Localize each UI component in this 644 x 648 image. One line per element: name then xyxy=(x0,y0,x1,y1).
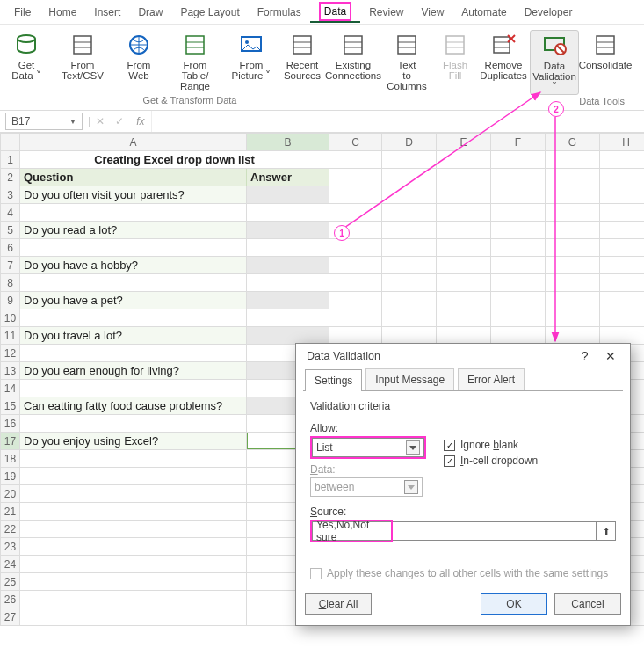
tab-insert[interactable]: Insert xyxy=(85,3,129,22)
cell[interactable] xyxy=(20,239,247,257)
cell[interactable] xyxy=(329,186,382,204)
cell[interactable] xyxy=(546,186,600,204)
cell[interactable] xyxy=(329,239,382,257)
cell[interactable] xyxy=(247,274,329,292)
cell[interactable] xyxy=(491,309,546,327)
cell[interactable] xyxy=(437,327,491,345)
help-icon[interactable]: ? xyxy=(575,349,596,363)
cell[interactable] xyxy=(546,239,600,257)
row-header[interactable]: 9 xyxy=(1,292,20,309)
row-header[interactable]: 1 xyxy=(1,151,20,169)
col-header[interactable]: H xyxy=(600,134,645,151)
cell[interactable] xyxy=(491,204,546,222)
row-header[interactable]: 17 xyxy=(1,433,20,450)
cell[interactable] xyxy=(546,292,600,309)
dialog-titlebar[interactable]: Data Validation ? ✕ xyxy=(296,344,630,368)
cell[interactable] xyxy=(546,204,600,222)
col-header[interactable]: F xyxy=(491,134,546,151)
incell-dropdown-checkbox[interactable]: ✓In-cell dropdown xyxy=(444,455,538,467)
ribbon-get-data-[interactable]: GetData ˅ xyxy=(2,30,51,83)
row-header[interactable]: 23 xyxy=(1,538,20,556)
cell[interactable]: Can eatting fatty food cause problems? xyxy=(20,397,247,415)
row-header[interactable]: 20 xyxy=(1,485,20,503)
cell[interactable] xyxy=(20,591,247,608)
cell[interactable] xyxy=(20,556,247,573)
tab-data[interactable]: Data xyxy=(310,2,360,23)
cell[interactable] xyxy=(247,309,329,327)
cell[interactable] xyxy=(437,309,491,327)
row-header[interactable]: 26 xyxy=(1,591,20,608)
ribbon-from-text-csv[interactable]: FromText/CSV xyxy=(53,30,112,83)
row-header[interactable]: 16 xyxy=(1,415,20,433)
cell[interactable] xyxy=(20,521,247,538)
row-header[interactable]: 8 xyxy=(1,274,20,292)
col-header[interactable]: B xyxy=(247,134,329,151)
source-input[interactable] xyxy=(393,521,597,541)
cell[interactable] xyxy=(600,327,645,345)
cell[interactable] xyxy=(491,257,546,274)
cell[interactable] xyxy=(437,222,491,239)
dialog-tab-input-message[interactable]: Input Message xyxy=(365,368,454,390)
row-header[interactable]: 14 xyxy=(1,380,20,397)
cell[interactable] xyxy=(20,345,247,362)
cell[interactable] xyxy=(20,380,247,397)
cell[interactable] xyxy=(20,415,247,433)
cell[interactable] xyxy=(600,309,645,327)
cell[interactable]: Do you travel a lot? xyxy=(20,327,247,345)
cell[interactable] xyxy=(329,274,382,292)
tab-home[interactable]: Home xyxy=(40,3,85,22)
cell[interactable] xyxy=(20,573,247,591)
cell[interactable] xyxy=(491,292,546,309)
col-header[interactable]: C xyxy=(329,134,382,151)
dialog-tab-settings[interactable]: Settings xyxy=(305,369,362,391)
cell[interactable] xyxy=(546,309,600,327)
cell[interactable] xyxy=(20,608,247,626)
cell[interactable] xyxy=(437,274,491,292)
cell[interactable] xyxy=(20,204,247,222)
ignore-blank-checkbox[interactable]: ✓Ignore blank xyxy=(444,439,538,451)
ok-button[interactable]: OK xyxy=(481,593,547,615)
ribbon-existing-connections[interactable]: ExistingConnections xyxy=(329,30,378,83)
cell[interactable] xyxy=(546,257,600,274)
cell[interactable] xyxy=(382,204,437,222)
cell[interactable] xyxy=(437,292,491,309)
fx-icon[interactable]: fx xyxy=(129,115,151,127)
allow-combo[interactable]: List xyxy=(312,438,424,457)
row-header[interactable]: 18 xyxy=(1,450,20,468)
cell[interactable] xyxy=(491,274,546,292)
col-header[interactable]: A xyxy=(20,134,247,151)
cell[interactable] xyxy=(600,292,645,309)
cell[interactable] xyxy=(491,239,546,257)
row-header[interactable]: 11 xyxy=(1,327,20,345)
row-header[interactable]: 2 xyxy=(1,169,20,186)
ribbon-from-table-range[interactable]: FromTable/ Range xyxy=(165,30,225,93)
cell[interactable] xyxy=(382,274,437,292)
cell[interactable] xyxy=(437,257,491,274)
cell[interactable] xyxy=(329,257,382,274)
row-header[interactable]: 10 xyxy=(1,309,20,327)
select-all[interactable] xyxy=(1,134,20,151)
ribbon-recent-sources[interactable]: RecentSources xyxy=(278,30,327,83)
clear-all-button[interactable]: Clear All xyxy=(305,593,372,615)
formula-input[interactable] xyxy=(151,111,644,132)
cell[interactable] xyxy=(20,485,247,503)
row-header[interactable]: 21 xyxy=(1,503,20,521)
cell[interactable]: Do you read a lot? xyxy=(20,222,247,239)
cell[interactable] xyxy=(382,327,437,345)
cancel-button[interactable]: Cancel xyxy=(554,593,621,615)
row-header[interactable]: 27 xyxy=(1,608,20,626)
row-header[interactable]: 7 xyxy=(1,257,20,274)
cell[interactable]: Do you enjoy using Excel? xyxy=(20,433,247,450)
cell[interactable]: Do you often visit your parents? xyxy=(20,186,247,204)
col-header[interactable]: D xyxy=(382,134,437,151)
cell[interactable] xyxy=(382,222,437,239)
cell[interactable] xyxy=(382,309,437,327)
cell[interactable] xyxy=(329,292,382,309)
col-header[interactable]: G xyxy=(546,134,600,151)
cell[interactable] xyxy=(382,239,437,257)
tab-file[interactable]: File xyxy=(5,3,40,22)
cell[interactable] xyxy=(20,450,247,468)
source-input-hl[interactable]: Yes,No,Not sure xyxy=(312,521,391,541)
cell[interactable] xyxy=(247,222,329,239)
cell[interactable] xyxy=(600,222,645,239)
